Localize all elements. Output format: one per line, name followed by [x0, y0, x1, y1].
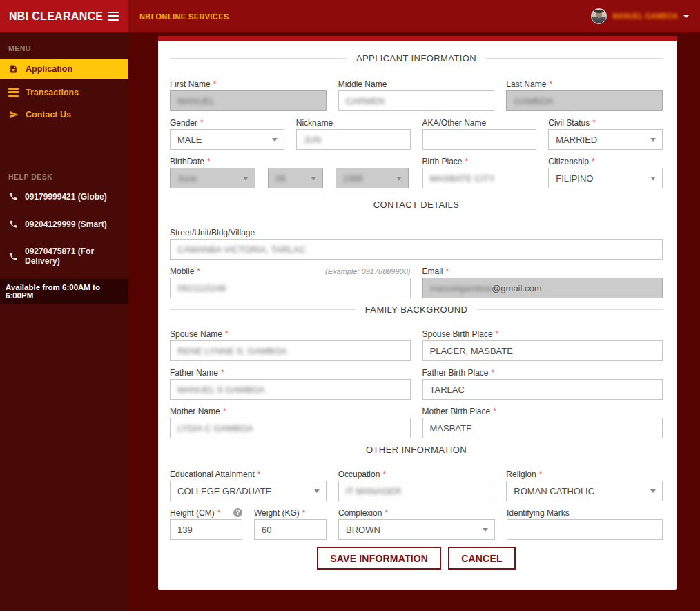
phone-icon [8, 191, 19, 202]
application-form-card: APPLICANT INFORMATION First Name* MANUEL… [158, 41, 677, 590]
required-asterisk: * [197, 266, 200, 276]
email-label: Email [422, 266, 443, 276]
required-asterisk: * [213, 79, 217, 89]
phone-icon [8, 251, 19, 262]
citizenship-select[interactable]: FILIPINO [548, 168, 663, 188]
required-asterisk: * [200, 118, 204, 128]
weight-input[interactable]: 60 [254, 519, 327, 540]
identifying-marks-label: Identifying Marks [507, 508, 570, 518]
chevron-down-icon [314, 489, 320, 493]
street-label: Street/Unit/Bldg/Village [170, 228, 255, 237]
citizenship-label: Citizenship [548, 157, 589, 166]
help-icon[interactable]: ? [233, 508, 242, 517]
user-menu[interactable]: MANUEL GAMBOA [591, 8, 689, 24]
avatar [591, 8, 607, 24]
first-name-label: First Name [170, 79, 211, 89]
required-asterisk: * [217, 508, 221, 518]
gender-label: Gender [170, 118, 197, 128]
spouse-birth-place-label: Spouse Birth Place [422, 329, 493, 339]
complexion-select[interactable]: BROWN [338, 519, 495, 540]
helpdesk-phone-delivery: 09270475871 (For Delivery) [0, 242, 128, 270]
mobile-example-hint: (Example: 09178889900) [325, 267, 411, 275]
aka-input[interactable] [422, 129, 537, 150]
chevron-down-icon [650, 138, 656, 142]
section-title-family-background: FAMILY BACKGROUND [170, 304, 663, 315]
phone-number: 09270475871 (For Delivery) [25, 246, 120, 266]
mobile-label: Mobile [170, 266, 194, 276]
father-name-input[interactable]: MANUEL S GAMBOA [170, 379, 411, 400]
helpdesk-phone-globe: 09179999421 (Globe) [0, 187, 128, 206]
chevron-down-icon [683, 15, 689, 18]
phone-number: 09204129999 (Smart) [25, 220, 107, 229]
mother-birth-place-input[interactable]: MASBATE [422, 418, 663, 438]
section-title-applicant-information: APPLICANT INFORMATION [170, 53, 663, 64]
required-asterisk: * [446, 266, 449, 276]
education-select[interactable]: COLLEGE GRADUATE [170, 481, 327, 501]
height-input[interactable]: 139 [170, 519, 242, 540]
mother-name-label: Mother Name [170, 407, 220, 416]
chevron-down-icon [311, 177, 316, 180]
first-name-input: MANUEL [170, 90, 327, 111]
middle-name-input[interactable]: CARMEN [338, 90, 495, 111]
sidebar-item-label: Transactions [26, 88, 79, 97]
phone-icon [8, 219, 19, 229]
top-navbar: NBI CLEARANCE NBI ONLINE SERVICES MANUEL… [0, 0, 700, 32]
menu-section-label: MENU [0, 32, 128, 59]
last-name-label: Last Name [506, 79, 546, 89]
paper-plane-icon [8, 109, 19, 119]
father-birth-place-label: Father Birth Place [422, 368, 489, 378]
card-top-accent [158, 36, 677, 41]
hamburger-menu-icon[interactable] [108, 12, 119, 21]
birth-place-label: Birth Place [422, 157, 463, 166]
birth-day-select: 06 [268, 168, 323, 188]
required-asterisk: * [539, 469, 543, 479]
mother-name-input[interactable]: LYDIA C GAMBOA [170, 418, 411, 438]
required-asterisk: * [382, 469, 386, 479]
occupation-label: Occupation [338, 469, 380, 479]
identifying-marks-input[interactable] [507, 519, 663, 540]
spouse-name-input[interactable]: RENE LYNNE S. GAMBOA [170, 340, 411, 361]
last-name-input: GAMBOA [506, 90, 663, 111]
user-name: MANUEL GAMBOA [612, 12, 678, 20]
phone-number: 09179999421 (Globe) [25, 192, 107, 202]
section-title-contact-details: CONTACT DETAILS [170, 200, 663, 210]
required-asterisk: * [492, 368, 495, 378]
required-asterisk: * [225, 329, 229, 339]
spouse-birth-place-input[interactable]: PLACER, MASBATE [422, 340, 663, 361]
chevron-down-icon [650, 177, 656, 180]
civil-status-select[interactable]: MARRIED [548, 129, 663, 150]
spouse-name-label: Spouse Name [170, 329, 222, 339]
cancel-button[interactable]: CANCEL [448, 547, 516, 570]
occupation-input[interactable]: IT MANAGER [338, 481, 495, 501]
save-information-button[interactable]: SAVE INFORMATION [317, 547, 441, 570]
birth-year-select: 1986 [336, 168, 409, 188]
required-asterisk: * [493, 407, 496, 416]
religion-label: Religion [506, 469, 536, 479]
religion-select[interactable]: ROMAN CATHOLIC [506, 481, 663, 501]
email-input: manuelgamboa@gmail.com [422, 278, 663, 298]
required-asterisk: * [496, 329, 499, 339]
brand-block: NBI CLEARANCE [0, 0, 128, 32]
chevron-down-icon [243, 177, 249, 180]
sidebar-item-application[interactable]: Application [0, 59, 128, 79]
document-icon [8, 64, 19, 74]
required-asterisk: * [221, 368, 224, 378]
father-birth-place-input[interactable]: TARLAC [422, 379, 663, 400]
birth-place-input[interactable]: MASBATE CITY [422, 168, 537, 188]
weight-label: Weight (KG) [254, 508, 300, 518]
mobile-input[interactable]: 0921115248 [170, 278, 411, 298]
middle-name-label: Middle Name [338, 79, 387, 89]
civil-status-label: Civil Status [548, 118, 590, 128]
mother-birth-place-label: Mother Birth Place [422, 407, 491, 416]
street-input[interactable]: CAMANBA VICTORIA, TARLAC [170, 239, 663, 260]
nickname-input[interactable]: JUN [296, 129, 411, 150]
father-name-label: Father Name [170, 368, 218, 378]
helpdesk-phone-smart: 09204129999 (Smart) [0, 215, 128, 233]
sidebar-item-transactions[interactable]: Transactions [0, 84, 128, 101]
gender-select[interactable]: MALE [170, 129, 284, 150]
sidebar-item-contact-us[interactable]: Contact Us [0, 106, 128, 123]
height-label: Height (CM) [170, 508, 215, 518]
availability-banner: Available from 6:00AM to 6:00PM [0, 279, 128, 304]
chevron-down-icon [272, 138, 278, 142]
nickname-label: Nickname [296, 118, 333, 128]
